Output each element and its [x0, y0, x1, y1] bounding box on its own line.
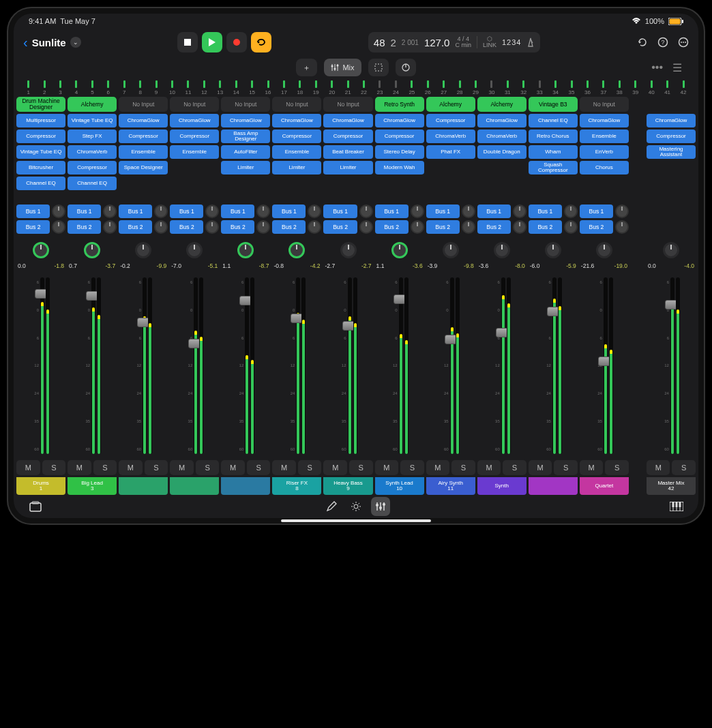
metronome-icon[interactable] — [526, 37, 535, 47]
plugin-slot[interactable]: Channel EQ — [68, 177, 117, 190]
plugin-slot[interactable]: ChromaGlow — [323, 114, 372, 127]
send-slot[interactable]: Bus 2 — [375, 220, 409, 234]
pan-knob[interactable] — [237, 242, 254, 258]
plugin-slot[interactable]: Ensemble — [119, 145, 168, 159]
mute-button[interactable]: M — [426, 460, 450, 475]
project-title[interactable]: Sunlite — [32, 37, 66, 48]
fader-track[interactable] — [348, 277, 352, 454]
plugin-slot[interactable]: Bitcrusher — [16, 161, 65, 175]
fader-track[interactable] — [399, 277, 403, 454]
fader-track[interactable] — [604, 277, 608, 454]
plugin-slot[interactable]: Compressor — [119, 130, 168, 143]
send-slot[interactable]: Bus 1 — [323, 204, 357, 218]
solo-button[interactable]: S — [503, 460, 526, 475]
send-slot[interactable]: Bus 1 — [477, 204, 511, 218]
mute-button[interactable]: M — [221, 460, 245, 475]
instrument-slot[interactable]: Alchemy — [68, 97, 117, 112]
channel-name[interactable] — [170, 477, 219, 495]
plugin-slot[interactable]: ChromaGlow — [170, 114, 219, 127]
send-knob[interactable] — [52, 204, 65, 218]
send-knob[interactable] — [205, 204, 219, 218]
send-slot[interactable]: Bus 2 — [272, 220, 306, 234]
help-icon[interactable]: ? — [657, 37, 668, 48]
record-button[interactable] — [226, 32, 247, 52]
pencil-icon[interactable] — [322, 497, 341, 516]
solo-button[interactable]: S — [42, 460, 66, 475]
channel-name[interactable]: Big Lead3 — [68, 477, 117, 495]
send-slot[interactable]: Bus 2 — [580, 220, 613, 234]
plugin-slot[interactable]: Multipressor — [16, 114, 65, 127]
solo-button[interactable]: S — [672, 460, 696, 475]
plugin-slot[interactable]: Double Dragon — [477, 145, 526, 159]
plugin-slot[interactable]: Compressor — [426, 114, 475, 127]
channel-name[interactable] — [221, 477, 270, 495]
mute-button[interactable]: M — [68, 460, 91, 475]
plugin-slot[interactable]: Vintage Tube EQ — [16, 145, 65, 159]
send-knob[interactable] — [359, 220, 373, 234]
solo-button[interactable]: S — [554, 460, 578, 475]
mute-button[interactable]: M — [477, 460, 501, 475]
solo-button[interactable]: S — [400, 460, 424, 475]
plugin-slot[interactable]: Vintage Tube EQ — [68, 114, 117, 127]
pan-knob[interactable] — [391, 242, 408, 258]
send-knob[interactable] — [154, 204, 168, 218]
track-ruler[interactable]: 1234567891011121314151617181920212223242… — [14, 79, 698, 97]
send-slot[interactable]: Bus 1 — [426, 204, 460, 218]
solo-button[interactable]: S — [349, 460, 373, 475]
send-knob[interactable] — [103, 220, 117, 234]
solo-button[interactable]: S — [196, 460, 220, 475]
back-button[interactable]: ‹ — [23, 35, 28, 50]
undo-icon[interactable] — [637, 37, 648, 48]
send-knob[interactable] — [513, 204, 526, 218]
send-knob[interactable] — [359, 204, 373, 218]
plugin-slot[interactable]: Retro Chorus — [529, 130, 578, 143]
plugin-slot[interactable]: Compressor — [272, 130, 321, 143]
instrument-slot[interactable]: Drum Machine Designer — [16, 97, 65, 112]
send-slot[interactable]: Bus 2 — [529, 220, 562, 234]
send-knob[interactable] — [564, 204, 578, 218]
send-knob[interactable] — [256, 220, 270, 234]
send-slot[interactable]: Bus 2 — [323, 220, 357, 234]
send-knob[interactable] — [103, 204, 117, 218]
send-slot[interactable]: Bus 1 — [119, 204, 152, 218]
fader-track[interactable] — [296, 277, 300, 454]
plugin-slot[interactable]: Phat FX — [426, 145, 475, 159]
plugin-slot[interactable]: Space Designer — [119, 161, 168, 175]
plugin-slot[interactable]: Limiter — [272, 161, 321, 175]
instrument-slot[interactable]: Alchemy — [477, 97, 526, 112]
send-knob[interactable] — [411, 220, 424, 234]
plugin-slot[interactable]: ChromaVerb — [426, 130, 475, 143]
send-slot[interactable]: Bus 1 — [221, 204, 254, 218]
fader-track[interactable] — [552, 277, 557, 454]
pan-knob[interactable] — [545, 242, 561, 258]
play-button[interactable] — [202, 32, 222, 52]
send-knob[interactable] — [411, 204, 424, 218]
plugin-slot[interactable]: Ensemble — [170, 145, 219, 159]
selection-button[interactable] — [368, 59, 389, 76]
channel-name[interactable]: Heavy Bass9 — [323, 477, 372, 495]
power-button[interactable] — [396, 59, 416, 76]
plugin-slot[interactable]: ChromaGlow — [580, 114, 629, 127]
solo-button[interactable]: S — [145, 460, 168, 475]
loop-button[interactable] — [251, 32, 271, 52]
plugin-slot[interactable]: AutoFilter — [221, 145, 270, 159]
send-slot[interactable]: Bus 1 — [68, 204, 101, 218]
pan-knob[interactable] — [288, 242, 305, 258]
pan-knob[interactable] — [443, 242, 459, 258]
keyboard-icon[interactable] — [667, 497, 686, 516]
instrument-slot[interactable]: No Input — [323, 97, 372, 112]
send-knob[interactable] — [308, 204, 321, 218]
channel-name[interactable]: Synth — [477, 477, 526, 495]
send-knob[interactable] — [462, 220, 475, 234]
send-knob[interactable] — [308, 220, 321, 234]
fader-track[interactable] — [91, 277, 95, 454]
send-slot[interactable]: Bus 1 — [272, 204, 306, 218]
plugin-slot[interactable]: Channel EQ — [16, 177, 65, 190]
plugin-slot[interactable]: Stereo Delay — [375, 145, 424, 159]
plugin-slot[interactable]: EnVerb — [580, 145, 629, 159]
plugin-slot[interactable]: Limiter — [221, 161, 270, 175]
send-slot[interactable]: Bus 2 — [119, 220, 152, 234]
instrument-slot[interactable]: Alchemy — [426, 97, 475, 112]
plugin-slot[interactable]: Compressor — [16, 130, 65, 143]
plugin-slot[interactable]: Compressor — [170, 130, 219, 143]
